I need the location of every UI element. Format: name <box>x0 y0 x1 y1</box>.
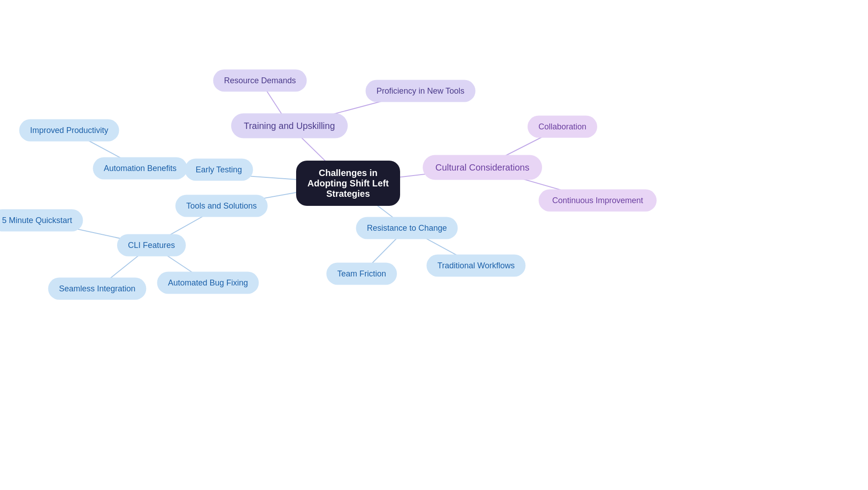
node-traditional[interactable]: Traditional Workflows <box>426 255 525 277</box>
node-center[interactable]: Challenges in Adopting Shift Left Strate… <box>296 161 400 206</box>
node-continuous[interactable]: Continuous Improvement <box>538 190 656 212</box>
node-team-friction[interactable]: Team Friction <box>326 263 397 285</box>
node-tools[interactable]: Tools and Solutions <box>175 195 268 217</box>
node-collab[interactable]: Collaboration <box>528 116 597 138</box>
node-cultural[interactable]: Cultural Considerations <box>423 155 542 180</box>
node-proficiency[interactable]: Proficiency in New Tools <box>366 80 476 102</box>
node-seamless[interactable]: Seamless Integration <box>48 278 146 300</box>
mindmap-container: Challenges in Adopting Shift Left Strate… <box>0 0 868 490</box>
node-automation[interactable]: Automation Benefits <box>93 157 187 180</box>
node-early-testing[interactable]: Early Testing <box>185 159 253 181</box>
node-bugfix[interactable]: Automated Bug Fixing <box>157 272 259 294</box>
node-resistance[interactable]: Resistance to Change <box>356 217 458 239</box>
node-cli[interactable]: CLI Features <box>117 234 186 257</box>
node-quickstart[interactable]: 5 Minute Quickstart <box>0 209 83 232</box>
node-training[interactable]: Training and Upskilling <box>231 114 348 138</box>
node-improved-prod[interactable]: Improved Productivity <box>19 119 119 142</box>
node-resource[interactable]: Resource Demands <box>213 70 307 92</box>
